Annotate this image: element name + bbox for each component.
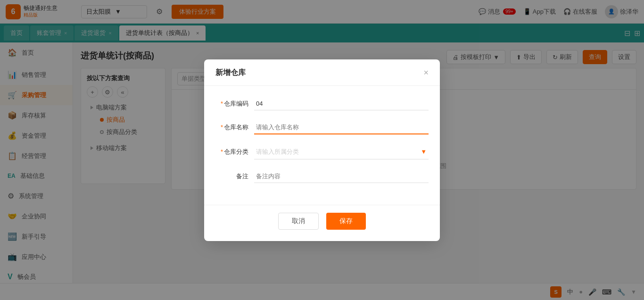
- modal-body: 仓库编码 仓库名称 仓库分类 请输入所属分类 ▼ 备注: [204, 86, 440, 205]
- save-button[interactable]: 保存: [326, 213, 366, 230]
- form-row-code: 仓库编码: [215, 97, 429, 110]
- category-arrow-icon: ▼: [421, 148, 427, 155]
- form-row-name: 仓库名称: [215, 121, 429, 134]
- form-row-note: 备注: [215, 170, 429, 183]
- modal-title: 新增仓库: [215, 68, 246, 78]
- category-placeholder: 请输入所属分类: [256, 148, 299, 156]
- name-label: 仓库名称: [215, 123, 248, 132]
- note-label: 备注: [215, 172, 248, 181]
- add-warehouse-modal: 新增仓库 × 仓库编码 仓库名称 仓库分类 请输入所属分类 ▼: [204, 59, 440, 241]
- modal-header: 新增仓库 ×: [204, 59, 440, 86]
- category-label: 仓库分类: [215, 148, 248, 156]
- name-input[interactable]: [254, 121, 429, 134]
- note-input[interactable]: [254, 170, 429, 183]
- code-label: 仓库编码: [215, 100, 248, 108]
- modal-overlay[interactable]: 新增仓库 × 仓库编码 仓库名称 仓库分类 请输入所属分类 ▼: [0, 0, 644, 300]
- code-input[interactable]: [254, 97, 429, 110]
- form-row-category: 仓库分类 请输入所属分类 ▼: [215, 145, 429, 159]
- cancel-button[interactable]: 取消: [278, 213, 319, 230]
- modal-footer: 取消 保存: [204, 205, 440, 241]
- modal-close-button[interactable]: ×: [423, 68, 429, 78]
- category-select[interactable]: 请输入所属分类 ▼: [254, 145, 429, 159]
